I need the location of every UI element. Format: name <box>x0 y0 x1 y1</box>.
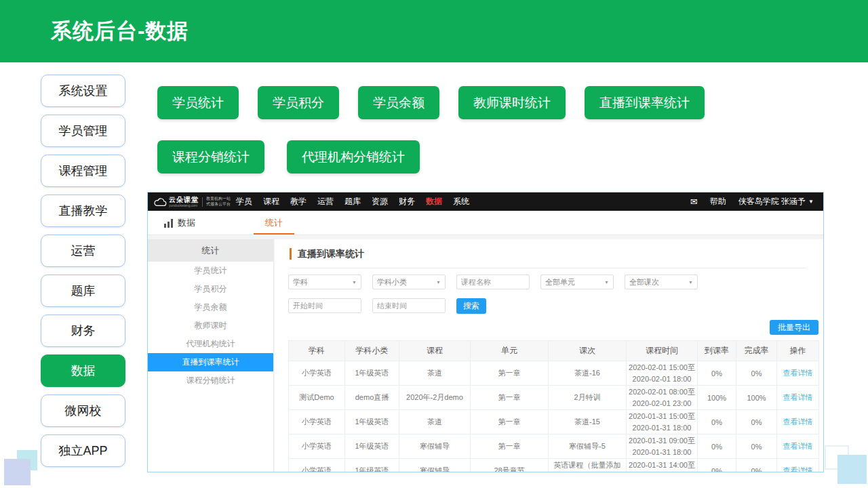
admin-top-nav: 学员 课程 教学 运营 题库 资源 财务 数据 系统 <box>231 196 475 207</box>
top-nav-system[interactable]: 系统 <box>448 196 475 207</box>
cell-subject: 小学英语 <box>289 434 345 459</box>
section-label: 数据 <box>164 211 195 235</box>
sidebar-item-operations[interactable]: 运营 <box>41 235 125 267</box>
cell-subject: 测试Demo <box>289 386 345 410</box>
sidenav-item-agency-stats[interactable]: 代理机构统计 <box>148 335 273 353</box>
title-divider <box>290 268 806 268</box>
col-attendance-rate: 到课率 <box>698 341 736 361</box>
sidenav-item-student-balance[interactable]: 学员余额 <box>148 298 273 317</box>
logo-tagline: 教育机构一站 式服务云平台 <box>206 197 231 206</box>
top-nav-courses[interactable]: 课程 <box>258 196 285 207</box>
cell-course-time: 2020-02-01 08:00至2020-02-01 23:00 <box>627 386 698 410</box>
sidenav-item-student-points[interactable]: 学员积分 <box>148 280 273 298</box>
admin-sidenav: 统计 学员统计 学员积分 学员余额 教师课时 代理机构统计 直播到课率统计 课程… <box>148 239 274 472</box>
quick-buttons-row-1: 学员统计 学员积分 学员余额 教师课时统计 直播到课率统计 <box>157 86 705 119</box>
subject-sub-select[interactable]: 学科小类 ▼ <box>372 274 446 289</box>
view-details-link[interactable]: 查看详情 <box>783 393 813 401</box>
cell-course-time: 2020-02-01 15:00至2020-02-01 18:00 <box>627 361 698 386</box>
account-name: 侠客岛学院 张涵予 <box>738 196 806 207</box>
quick-button-live-attendance-stats[interactable]: 直播到课率统计 <box>585 86 705 119</box>
cell-course-time: 2020-01-31 15:00至2020-01-31 18:00 <box>627 410 698 434</box>
cell-attendance-rate: 100% <box>698 386 736 410</box>
sidenav-item-live-attendance-stats[interactable]: 直播到课率统计 <box>148 353 273 371</box>
view-details-link[interactable]: 查看详情 <box>783 466 813 472</box>
unit-select-value: 全部单元 <box>545 277 575 287</box>
sidenav-item-teacher-hours[interactable]: 教师课时 <box>148 317 273 335</box>
logo-divider <box>202 197 203 207</box>
sidenav-item-student-stats[interactable]: 学员统计 <box>148 262 273 280</box>
top-nav-students[interactable]: 学员 <box>231 196 258 207</box>
start-time-input[interactable] <box>288 298 361 313</box>
sidebar-item-live-teaching[interactable]: 直播教学 <box>41 195 125 227</box>
sidebar-item-finance[interactable]: 财务 <box>41 314 125 347</box>
course-name-input[interactable] <box>456 274 530 289</box>
account-menu[interactable]: 侠客岛学院 张涵予 ▼ <box>738 196 814 207</box>
quick-button-student-points[interactable]: 学员积分 <box>258 86 339 119</box>
tagline-line-2: 式服务云平台 <box>206 202 231 207</box>
view-details-link[interactable]: 查看详情 <box>783 418 813 426</box>
cell-completion-rate: 0% <box>736 410 777 434</box>
cell-lesson: 英语课程（批量添加课次）-3 <box>549 459 627 473</box>
cell-subject-sub: 1年级英语 <box>345 459 399 473</box>
subject-select[interactable]: 学科 ▼ <box>288 274 361 289</box>
decor-square-blue <box>837 455 867 484</box>
view-details-link[interactable]: 查看详情 <box>783 442 813 450</box>
cell-course: 茶道 <box>399 410 471 434</box>
cell-subject: 小学英语 <box>289 410 345 434</box>
lesson-select-value: 全部课次 <box>629 277 659 287</box>
cell-course: 2020年-2月demo <box>399 386 471 410</box>
bar-chart-icon <box>164 219 174 228</box>
quick-button-teacher-hours-stats[interactable]: 教师课时统计 <box>458 86 566 119</box>
sidebar-item-data[interactable]: 数据 <box>41 354 125 387</box>
top-nav-resources[interactable]: 资源 <box>366 196 393 207</box>
topbar-right: ✉ 帮助 侠客岛学院 张涵予 ▼ <box>690 196 823 207</box>
lesson-select[interactable]: 全部课次 ▼ <box>625 274 698 289</box>
top-nav-question-bank[interactable]: 题库 <box>339 196 366 207</box>
quick-button-student-stats[interactable]: 学员统计 <box>157 86 239 119</box>
top-nav-operations[interactable]: 运营 <box>312 196 339 207</box>
table-row: 小学英语 1年级英语 茶道 第一章 茶道-16 2020-02-01 15:00… <box>289 361 819 386</box>
sidenav-header: 统计 <box>148 239 273 262</box>
logo-name: 云朵课堂 <box>169 197 199 203</box>
col-course: 课程 <box>399 341 471 361</box>
cell-course-time: 2020-01-31 09:00至2020-01-31 18:00 <box>627 434 698 459</box>
col-course-time: 课程时间 <box>627 341 698 361</box>
admin-panel-screenshot: 云朵课堂 yunduoketang.com 教育机构一站 式服务云平台 学员 课… <box>147 192 824 472</box>
cell-subject: 小学英语 <box>289 459 345 473</box>
subject-sub-select-value: 学科小类 <box>377 277 407 287</box>
cell-completion-rate: 0% <box>736 434 777 459</box>
help-link[interactable]: 帮助 <box>710 196 726 207</box>
sidebar-item-student-management[interactable]: 学员管理 <box>41 115 125 147</box>
cell-course: 寒假辅导 <box>399 434 471 459</box>
table-row: 小学英语 1年级英语 寒假辅导 28号章节 英语课程（批量添加课次）-3 202… <box>289 459 819 473</box>
tagline-line-1: 教育机构一站 <box>206 197 231 201</box>
cell-attendance-rate: 0% <box>698 459 736 473</box>
cell-unit: 第一章 <box>471 361 549 386</box>
quick-button-student-balance[interactable]: 学员余额 <box>358 86 439 119</box>
quick-button-agency-distribution-stats[interactable]: 代理机构分销统计 <box>287 140 420 174</box>
sidenav-item-course-distribution-stats[interactable]: 课程分销统计 <box>148 371 273 390</box>
top-nav-teaching[interactable]: 教学 <box>285 196 312 207</box>
col-subject: 学科 <box>289 341 345 361</box>
top-nav-finance[interactable]: 财务 <box>393 196 420 207</box>
top-nav-data[interactable]: 数据 <box>420 196 448 207</box>
quick-buttons-row-2: 课程分销统计 代理机构分销统计 <box>157 140 420 174</box>
cell-attendance-rate: 0% <box>698 410 736 434</box>
cell-course: 茶道 <box>399 361 471 386</box>
sidebar-item-course-management[interactable]: 课程管理 <box>41 155 125 187</box>
page-title: 系统后台-数据 <box>51 0 189 62</box>
view-details-link[interactable]: 查看详情 <box>783 369 813 377</box>
batch-export-button[interactable]: 批量导出 <box>770 320 818 335</box>
end-time-input[interactable] <box>372 298 446 313</box>
cell-unit: 第一章 <box>471 434 549 459</box>
chevron-down-icon: ▼ <box>604 280 609 285</box>
sidebar-item-standalone-app[interactable]: 独立APP <box>41 434 125 467</box>
tab-statistics[interactable]: 统计 <box>254 211 294 235</box>
sidebar-item-system-settings[interactable]: 系统设置 <box>41 75 125 107</box>
sidebar-item-micro-school[interactable]: 微网校 <box>41 394 125 427</box>
sidebar-item-question-bank[interactable]: 题库 <box>41 274 125 307</box>
quick-button-course-distribution-stats[interactable]: 课程分销统计 <box>157 140 264 174</box>
unit-select[interactable]: 全部单元 ▼ <box>540 274 614 289</box>
mail-icon[interactable]: ✉ <box>690 197 698 206</box>
search-button[interactable]: 搜索 <box>456 298 486 314</box>
